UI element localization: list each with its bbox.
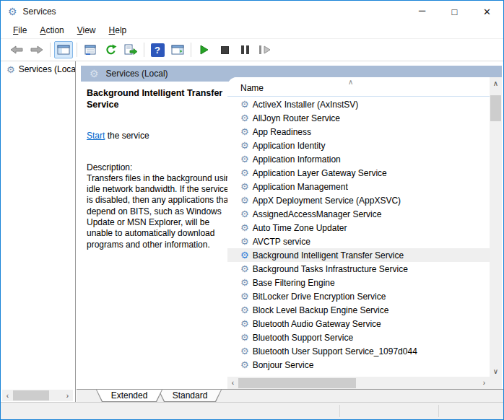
service-row[interactable]: ⚙App Readiness: [227, 125, 490, 139]
tree-item-services-local[interactable]: ⚙ Services (Loca: [1, 61, 75, 76]
scrollbar-corner: [490, 377, 502, 389]
stop-service-icon: [221, 46, 229, 54]
show-action-pane-icon: [171, 45, 184, 55]
service-gear-icon: ⚙: [240, 168, 249, 178]
start-service-link[interactable]: Start: [87, 131, 105, 141]
service-row[interactable]: ⚙Block Level Backup Engine Service: [227, 303, 490, 317]
start-service-icon: [199, 44, 210, 56]
show-console-tree-button[interactable]: [54, 41, 73, 58]
service-row[interactable]: ⚙AppX Deployment Service (AppXSVC): [227, 193, 490, 207]
service-name: Bluetooth Audio Gateway Service: [253, 319, 381, 329]
service-row[interactable]: ⚙Application Management: [227, 180, 490, 193]
scroll-down-icon[interactable]: ∨: [490, 365, 502, 377]
service-name: App Readiness: [253, 127, 311, 137]
menu-bar: File Action View Help: [1, 22, 503, 39]
service-name: Background Tasks Infrastructure Service: [253, 264, 408, 274]
scroll-up-icon[interactable]: ∧: [490, 77, 502, 89]
services-window: ⚙ Services ─ □ ✕ File Action View Help: [0, 0, 504, 420]
title-bar[interactable]: ⚙ Services ─ □ ✕: [1, 1, 503, 22]
service-gear-icon: ⚙: [240, 141, 249, 150]
minimize-icon: ─: [419, 5, 425, 16]
service-row[interactable]: ⚙Background Intelligent Transfer Service: [227, 248, 490, 262]
scrollbar-thumb[interactable]: [490, 95, 501, 121]
scrollbar-thumb[interactable]: [13, 390, 49, 401]
service-gear-icon: ⚙: [240, 100, 249, 109]
scroll-left-icon[interactable]: ‹: [227, 377, 238, 389]
back-button[interactable]: [7, 41, 26, 58]
tab-standard[interactable]: Standard: [158, 390, 222, 402]
scrollbar-thumb[interactable]: [238, 378, 356, 388]
scroll-right-icon[interactable]: ›: [62, 390, 73, 401]
service-row[interactable]: ⚙AssignedAccessManager Service: [227, 207, 490, 221]
close-button[interactable]: ✕: [471, 1, 503, 22]
details-area: ⚙ Services (Local) Background Intelligen…: [77, 61, 503, 402]
service-gear-icon: ⚙: [240, 333, 249, 342]
refresh-button[interactable]: [101, 41, 120, 58]
service-name: Application Identity: [253, 141, 326, 151]
service-row[interactable]: ⚙Application Identity: [227, 139, 490, 152]
description-label: Description:: [87, 162, 233, 172]
scroll-left-icon[interactable]: ‹: [2, 390, 13, 401]
service-name: AssignedAccessManager Service: [253, 209, 382, 219]
restart-service-button[interactable]: [256, 41, 274, 58]
toolbar: ?: [1, 39, 503, 61]
menu-view[interactable]: View: [71, 23, 103, 38]
service-name: Application Management: [253, 182, 348, 192]
service-row[interactable]: ⚙Bluetooth Support Service: [227, 331, 490, 344]
services-gear-icon: ⚙: [8, 6, 17, 17]
pause-service-icon: [241, 45, 249, 54]
menu-help[interactable]: Help: [103, 23, 134, 38]
service-gear-icon: ⚙: [240, 278, 249, 287]
service-name: AVCTP service: [253, 237, 310, 247]
service-row[interactable]: ⚙AllJoyn Router Service: [227, 111, 490, 125]
service-gear-icon: ⚙: [240, 319, 249, 328]
list-vertical-scrollbar[interactable]: ∧ ∨: [490, 77, 502, 377]
help-button[interactable]: ?: [148, 41, 167, 58]
service-list-panel: Name ∧ ⚙ActiveX Installer (AxInstSV)⚙All…: [227, 77, 502, 389]
show-action-pane-button[interactable]: [168, 41, 187, 58]
name-column-label: Name: [240, 83, 264, 93]
export-list-button[interactable]: [121, 41, 140, 58]
tab-extended[interactable]: Extended: [96, 390, 162, 402]
scroll-right-icon[interactable]: ›: [479, 377, 490, 389]
service-action-line: Start the service: [87, 131, 233, 141]
description-text: Transfers files in the background using …: [87, 173, 235, 251]
menu-file[interactable]: File: [6, 23, 33, 38]
start-service-button[interactable]: [195, 41, 214, 58]
forward-button[interactable]: [27, 41, 46, 58]
service-row[interactable]: ⚙Application Layer Gateway Service: [227, 166, 490, 180]
service-row[interactable]: ⚙ActiveX Installer (AxInstSV): [227, 97, 490, 111]
status-divider: [438, 405, 439, 417]
service-row[interactable]: ⚙Base Filtering Engine: [227, 276, 490, 289]
tree-horizontal-scrollbar[interactable]: ‹ ›: [2, 390, 73, 401]
maximize-button[interactable]: □: [438, 1, 471, 22]
service-row[interactable]: ⚙Bonjour Service: [227, 358, 490, 372]
service-gear-icon: ⚙: [240, 209, 249, 219]
service-name: BitLocker Drive Encryption Service: [253, 292, 386, 302]
name-column-header[interactable]: Name ∧: [227, 77, 490, 97]
service-name: Auto Time Zone Updater: [253, 223, 347, 233]
service-row[interactable]: ⚙Background Tasks Infrastructure Service: [227, 262, 490, 276]
minimize-button[interactable]: ─: [406, 1, 438, 22]
service-name: Bonjour Service: [253, 360, 314, 370]
toolbar-separator: [191, 43, 191, 57]
service-name: ActiveX Installer (AxInstSV): [253, 100, 359, 110]
menu-action[interactable]: Action: [33, 23, 70, 38]
pause-service-button[interactable]: [235, 41, 254, 58]
service-gear-icon: ⚙: [240, 360, 249, 369]
service-gear-icon: ⚙: [240, 113, 249, 123]
service-row[interactable]: ⚙BitLocker Drive Encryption Service: [227, 289, 490, 303]
window-title: Services: [23, 6, 56, 17]
view-tab-bar: Extended Standard: [77, 389, 503, 402]
stop-service-button[interactable]: [215, 41, 234, 58]
properties-button[interactable]: [81, 41, 100, 58]
service-row[interactable]: ⚙Bluetooth Audio Gateway Service: [227, 317, 490, 331]
service-gear-icon: ⚙: [240, 346, 249, 356]
service-row[interactable]: ⚙AVCTP service: [227, 235, 490, 248]
service-list-rows: ⚙ActiveX Installer (AxInstSV)⚙AllJoyn Ro…: [227, 97, 490, 377]
service-row[interactable]: ⚙Bluetooth User Support Service_1097d044: [227, 344, 490, 358]
list-horizontal-scrollbar[interactable]: ‹ ›: [227, 377, 490, 389]
service-row[interactable]: ⚙Auto Time Zone Updater: [227, 221, 490, 235]
service-name: Application Layer Gateway Service: [253, 168, 387, 178]
service-row[interactable]: ⚙Application Information: [227, 152, 490, 166]
